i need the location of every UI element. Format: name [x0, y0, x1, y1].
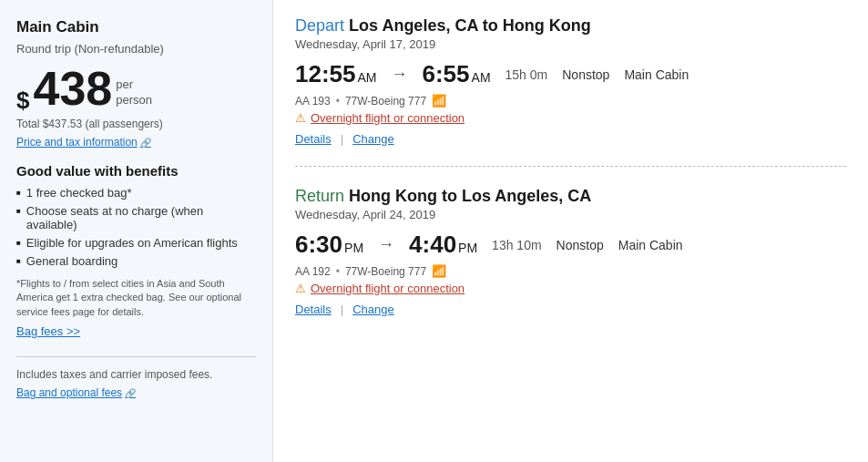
return-arrow-icon: →	[378, 235, 394, 254]
benefit-item: General boarding	[16, 254, 256, 268]
price-row: $ 438 per person	[16, 65, 256, 112]
depart-title: Depart Los Angeles, CA to Hong Kong	[295, 16, 846, 36]
footnote: *Flights to / from select cities in Asia…	[16, 277, 256, 319]
benefit-item: Choose seats at no charge (when availabl…	[16, 204, 256, 231]
return-arrive-time: 4:40PM	[409, 231, 477, 259]
benefits-list: 1 free checked bag* Choose seats at no c…	[16, 186, 256, 268]
panel-title: Main Cabin	[16, 18, 256, 36]
depart-change-link[interactable]: Change	[352, 132, 394, 146]
return-change-link[interactable]: Change	[352, 303, 394, 316]
external-link-icon-2: 🔗	[125, 388, 136, 398]
depart-stop-type: Nonstop	[562, 67, 609, 82]
depart-date: Wednesday, April 17, 2019	[295, 37, 846, 51]
dot-sep: •	[336, 95, 340, 108]
direction-word: Depart	[295, 16, 344, 35]
return-section: Return Hong Kong to Los Angeles, CA Wedn…	[295, 187, 846, 336]
depart-section: Depart Los Angeles, CA to Hong Kong Wedn…	[295, 16, 846, 167]
bag-fees-link[interactable]: Bag fees >>	[16, 324, 256, 338]
depart-cabin: Main Cabin	[624, 67, 689, 82]
return-route: Hong Kong to Los Angeles, CA	[349, 187, 591, 205]
price-amount: 438	[33, 65, 112, 112]
bag-optional-link[interactable]: Bag and optional fees 🔗	[16, 386, 136, 399]
price-symbol: $	[16, 88, 29, 112]
includes-text: Includes taxes and carrier imposed fees.	[16, 368, 256, 381]
depart-route: Los Angeles, CA to Hong Kong	[349, 16, 591, 35]
return-wifi-icon: 📶	[432, 264, 446, 278]
price-info-link[interactable]: Price and tax information 🔗	[16, 136, 151, 149]
return-stop-type: Nonstop	[557, 238, 604, 252]
action-separator: |	[341, 132, 343, 146]
depart-flight-info: AA 193 • 77W-Boeing 777 📶	[295, 94, 846, 108]
return-flight-info: AA 192 • 77W-Boeing 777 📶	[295, 264, 846, 278]
return-actions: Details | Change	[295, 303, 846, 316]
return-details-link[interactable]: Details	[295, 303, 332, 316]
depart-header: Depart Los Angeles, CA to Hong Kong Wedn…	[295, 16, 846, 51]
depart-details-link[interactable]: Details	[295, 132, 332, 146]
left-panel: Main Cabin Round trip (Non-refundable) $…	[0, 0, 273, 462]
return-times-row: 6:30PM → 4:40PM 13h 10m Nonstop Main Cab…	[295, 231, 846, 259]
depart-warning-row: ⚠ Overnight flight or connection	[295, 111, 846, 125]
arrow-icon: →	[392, 65, 408, 84]
return-warning-icon: ⚠	[295, 282, 306, 295]
depart-actions: Details | Change	[295, 132, 846, 146]
arrive-time: 6:55AM	[423, 60, 491, 88]
return-direction-word: Return	[295, 187, 344, 205]
depart-duration: 15h 0m	[505, 67, 548, 82]
return-dot-sep: •	[336, 265, 340, 278]
wifi-icon: 📶	[432, 94, 446, 108]
return-title: Return Hong Kong to Los Angeles, CA	[295, 187, 846, 206]
return-depart-time: 6:30PM	[295, 231, 363, 259]
benefits-title: Good value with benefits	[16, 163, 256, 179]
return-warning-text: Overnight flight or connection	[311, 282, 465, 295]
return-warning-row: ⚠ Overnight flight or connection	[295, 282, 846, 295]
external-link-icon: 🔗	[140, 138, 151, 148]
bottom-section: Includes taxes and carrier imposed fees.…	[16, 356, 256, 399]
benefit-item: Eligible for upgrades on American flight…	[16, 236, 256, 250]
per-person-label: per person	[116, 77, 152, 108]
return-duration: 13h 10m	[492, 238, 541, 252]
return-header: Return Hong Kong to Los Angeles, CA Wedn…	[295, 187, 846, 221]
depart-times-row: 12:55AM → 6:55AM 15h 0m Nonstop Main Cab…	[295, 60, 846, 88]
return-cabin: Main Cabin	[618, 238, 683, 252]
total-price: Total $437.53 (all passengers)	[16, 118, 256, 130]
warning-icon: ⚠	[295, 111, 306, 125]
depart-warning-text: Overnight flight or connection	[311, 111, 465, 125]
benefit-item: 1 free checked bag*	[16, 186, 256, 200]
right-panel: Depart Los Angeles, CA to Hong Kong Wedn…	[273, 0, 868, 462]
depart-time: 12:55AM	[295, 60, 377, 88]
return-date: Wednesday, April 24, 2019	[295, 208, 846, 221]
return-action-separator: |	[341, 303, 343, 316]
trip-type: Round trip (Non-refundable)	[16, 42, 256, 56]
